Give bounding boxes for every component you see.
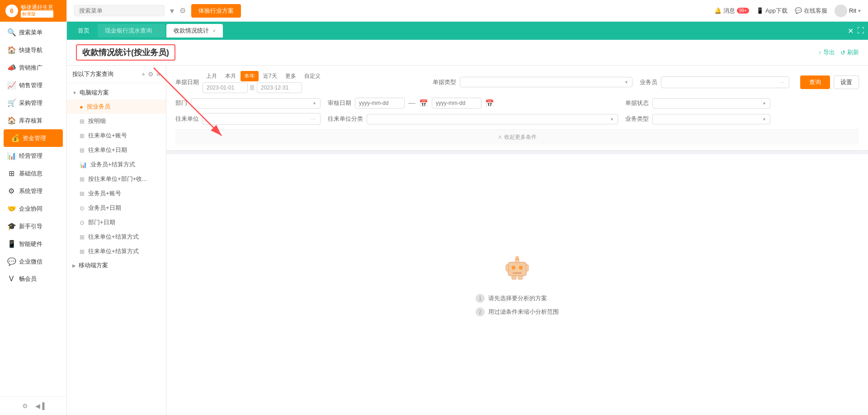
sidebar-item-nav[interactable]: 🏠 快捷导航 bbox=[0, 41, 66, 59]
svg-rect-6 bbox=[506, 264, 509, 271]
topbar: ▾ ⚙ 体验行业方案 🔔 消息 99+ 📱 App下载 💬 在线客服 Rit ▾ bbox=[67, 0, 868, 22]
breadcrumb-input[interactable] bbox=[74, 5, 165, 16]
doc-type-control[interactable]: ▾ bbox=[460, 77, 632, 87]
collapse-more-btn[interactable]: ∧ 收起更多条件 bbox=[175, 129, 859, 145]
tab-collection[interactable]: 收款情况统计 × bbox=[166, 24, 222, 38]
refresh-btn[interactable]: ↺ 刷新 bbox=[840, 48, 859, 57]
panel-title: 按以下方案查询 bbox=[72, 70, 113, 78]
tree-item-dept-date[interactable]: ⊙ 部门+日期 bbox=[67, 215, 166, 230]
date-tab-7days[interactable]: 近7天 bbox=[259, 71, 281, 81]
collapse-footer-btn[interactable]: ◀▐ bbox=[33, 401, 47, 411]
right-panel: 单据日期 上月 本月 本年 近7天 更多 自定义 2023- bbox=[166, 66, 868, 415]
notification-item[interactable]: 🔔 消息 99+ bbox=[714, 7, 749, 15]
search-icon: 🔍 bbox=[7, 28, 15, 37]
tree-item-partner-settle2[interactable]: ⊞ 往来单位+结算方式 bbox=[67, 244, 166, 259]
settings-scheme-btn[interactable]: ⚙ bbox=[148, 71, 154, 78]
desktop-group-header[interactable]: ▼ 电脑端方案 bbox=[67, 86, 166, 99]
sidebar-item-weixin[interactable]: 💬 企业微信 bbox=[0, 253, 66, 270]
dropdown-arrow[interactable]: ▾ bbox=[170, 6, 174, 16]
sidebar-item-search[interactable]: 🔍 搜索菜单 bbox=[0, 24, 66, 41]
svg-rect-8 bbox=[512, 276, 516, 279]
sidebar-item-inventory[interactable]: 🏠 库存核算 bbox=[0, 112, 66, 129]
date-to-input[interactable]: 2023-12-31 bbox=[257, 82, 302, 93]
settings-footer-btn[interactable]: ⚙ bbox=[20, 401, 30, 411]
chart-icon: 📊 bbox=[80, 161, 87, 168]
partner-label: 往来单位 bbox=[175, 115, 199, 123]
sidebar-item-hardware[interactable]: 📱 智能硬件 bbox=[0, 235, 66, 253]
salesman-more-icon[interactable]: ··· bbox=[780, 79, 784, 85]
mobile-group-header[interactable]: ▶ 移动端方案 bbox=[67, 259, 166, 272]
svg-rect-1 bbox=[512, 266, 515, 269]
trial-button[interactable]: 体验行业方案 bbox=[191, 4, 241, 18]
sidebar-item-member[interactable]: V 畅会员 bbox=[0, 270, 66, 288]
bell-icon: 🔔 bbox=[714, 7, 722, 14]
audit-to-input[interactable] bbox=[432, 98, 481, 108]
salesman-control[interactable]: ··· bbox=[661, 76, 790, 88]
partner-control[interactable]: ··· bbox=[203, 113, 321, 125]
doc-status-control[interactable]: ▾ bbox=[652, 98, 770, 108]
app-download-label: App下载 bbox=[765, 7, 788, 15]
tree-item-partner-settle1[interactable]: ⊞ 往来单位+结算方式 bbox=[67, 230, 166, 244]
query-button[interactable]: 查询 bbox=[800, 75, 830, 89]
date-tab-last-month[interactable]: 上月 bbox=[203, 71, 221, 81]
sidebar-item-cooperation[interactable]: 🤝 企业协同 bbox=[0, 200, 66, 217]
app-download-item[interactable]: 📱 App下载 bbox=[756, 7, 788, 15]
doc-type-filter-item: 单据类型 ▾ bbox=[433, 77, 632, 87]
date-tab-custom[interactable]: 自定义 bbox=[301, 71, 324, 81]
date-label: 单据日期 bbox=[175, 78, 199, 86]
panel-header: 按以下方案查询 + ⚙ « bbox=[67, 66, 166, 83]
add-scheme-btn[interactable]: + bbox=[142, 71, 145, 78]
doc-type-arrow-icon: ▾ bbox=[625, 80, 627, 85]
sidebar-item-basic[interactable]: ⊞ 基础信息 bbox=[0, 165, 66, 182]
sidebar-item-purchase[interactable]: 🛒 采购管理 bbox=[0, 94, 66, 112]
sidebar-item-finance[interactable]: 💰 资金管理 bbox=[4, 129, 63, 147]
tree-item-salesman-account[interactable]: ⊞ 业务员+账号 bbox=[67, 186, 166, 201]
sidebar-item-guide[interactable]: 🎓 新手引导 bbox=[0, 217, 66, 235]
tab-bank-close[interactable]: × bbox=[156, 28, 158, 33]
partner-cat-control[interactable]: ▾ bbox=[367, 114, 618, 124]
user-avatar-area[interactable]: Rit ▾ bbox=[835, 5, 861, 17]
tree-item-salesman[interactable]: ● 按业务员 bbox=[67, 99, 166, 114]
tree-item-label: 业务员+账号 bbox=[88, 189, 121, 198]
sidebar-item-label: 新手引导 bbox=[19, 222, 42, 231]
date-tab-this-year[interactable]: 本年 bbox=[241, 71, 259, 81]
salesman-filter-item: 业务员 ··· bbox=[640, 76, 790, 88]
tree-item-salesman-date[interactable]: ⊙ 业务员+日期 bbox=[67, 201, 166, 215]
partner-more-icon[interactable]: ··· bbox=[311, 116, 316, 122]
tree-item-detail[interactable]: ⊞ 按明细 bbox=[67, 114, 166, 128]
tree-item-label: 业务员+结算方式 bbox=[90, 160, 135, 169]
settings-button[interactable]: 设置 bbox=[834, 75, 859, 89]
tree-item-label: 部门+日期 bbox=[88, 218, 115, 226]
tab-expand-btn[interactable]: ⛶ bbox=[857, 27, 864, 35]
tab-bank[interactable]: 现金银行流水查询 × bbox=[98, 24, 165, 38]
sidebar-item-management[interactable]: 📊 经营管理 bbox=[0, 147, 66, 165]
date-tab-this-month[interactable]: 本月 bbox=[222, 71, 240, 81]
tree-item-partner-date[interactable]: ⊞ 往来单位+日期 bbox=[67, 143, 166, 157]
tab-collection-close[interactable]: × bbox=[212, 28, 215, 33]
tab-close-btn[interactable]: ✕ bbox=[848, 27, 854, 35]
tree-item-partner-account[interactable]: ⊞ 往来单位+账号 bbox=[67, 128, 166, 143]
tab-home[interactable]: 首页 bbox=[71, 24, 97, 38]
sidebar-item-marketing[interactable]: 📣 营销推广 bbox=[0, 59, 66, 76]
audit-to-calendar-icon[interactable]: 📅 bbox=[485, 99, 494, 108]
sidebar-item-sales[interactable]: 📈 销售管理 bbox=[0, 76, 66, 94]
date-tab-more[interactable]: 更多 bbox=[282, 71, 300, 81]
gear-icon[interactable]: ⚙ bbox=[179, 6, 186, 15]
export-btn[interactable]: ↑ 导出 bbox=[819, 48, 835, 57]
svg-rect-7 bbox=[526, 264, 528, 271]
tab-bank-label: 现金银行流水查询 bbox=[105, 27, 152, 35]
online-service-item[interactable]: 💬 在线客服 bbox=[795, 7, 827, 15]
dept-control[interactable]: ▾ bbox=[191, 98, 321, 108]
date-from-input[interactable]: 2023-01-01 bbox=[203, 82, 248, 93]
sidebar-item-label: 系统管理 bbox=[19, 187, 42, 195]
collapse-panel-btn[interactable]: « bbox=[156, 70, 160, 78]
tree-item-salesman-settle[interactable]: 📊 业务员+结算方式 bbox=[67, 157, 166, 172]
audit-from-calendar-icon[interactable]: 📅 bbox=[419, 99, 428, 108]
dept-arrow-icon: ▾ bbox=[313, 101, 316, 106]
audit-from-input[interactable] bbox=[355, 98, 405, 108]
tree-item-partner-dept[interactable]: ⊞ 按往来单位+部门+收... bbox=[67, 172, 166, 186]
biz-type-control[interactable]: ▾ bbox=[652, 114, 770, 124]
sidebar-item-system[interactable]: ⚙ 系统管理 bbox=[0, 182, 66, 200]
sidebar-item-label: 库存核算 bbox=[19, 117, 42, 125]
partner-cat-arrow-icon: ▾ bbox=[611, 117, 613, 122]
